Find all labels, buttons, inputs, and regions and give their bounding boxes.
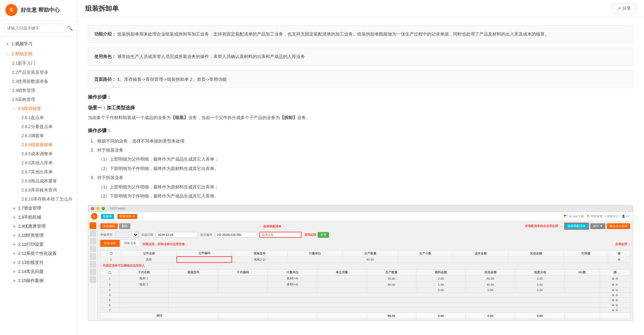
sidebar-item-stocktake[interactable]: 2.6.1盘点单	[19, 113, 77, 122]
cell-child-name	[119, 308, 169, 313]
sidebar-item-label: 2.8手机旺铺	[18, 215, 41, 220]
search-button[interactable]: 🔍	[67, 25, 73, 31]
sidebar-item-goodsCost[interactable]: 2.6.8商品成本重算	[19, 177, 77, 186]
icon-help: ❓ 帮助检索	[586, 214, 603, 219]
sidebar-item-sales[interactable]: 2.4销售管理	[9, 86, 77, 95]
footer-empty	[218, 313, 268, 319]
cell-child-name: 板材 2	[119, 282, 169, 288]
sidebar-item-stockQuery[interactable]: 2.6.9库存账本查询	[19, 186, 77, 195]
cell-scrap: 0.00	[515, 276, 565, 282]
annotation-goods-text: → 选择装配清单	[259, 225, 281, 228]
ss-save-btn[interactable]: 保存编辑	[100, 223, 118, 229]
table-row: 7 ⊕ ⊖	[101, 308, 630, 313]
sidebar-item-purchase[interactable]: 2.5采购管理	[9, 95, 77, 104]
plus-icon: ＋	[12, 233, 16, 238]
cell-parent-name: 床柜	[121, 257, 177, 263]
cell-child-name	[119, 293, 169, 298]
sidebar-item-label: 2.帮助文档	[11, 51, 33, 57]
role-label: 使用角色：	[94, 54, 116, 59]
screenshot-logo: 6	[91, 213, 98, 220]
sidebar-item-newcomer[interactable]: 2.1新手入门	[9, 59, 77, 68]
tab-disassembly[interactable]: 拆卸业务	[120, 240, 140, 247]
annotation-wrapper-1: 有装配清单的在这里处理 → 选择装配清单	[525, 223, 589, 230]
cell-check: 1	[101, 257, 121, 263]
col-cost: 成本金额	[453, 250, 508, 257]
col-parent-code: 父件编码	[177, 250, 232, 257]
sidebar-item-install[interactable]: 2.2产品安装及登录	[9, 68, 77, 77]
sidebar-item-video[interactable]: ＋ 1.视频学习	[0, 39, 77, 49]
form-date-input[interactable]	[156, 232, 198, 237]
plus-icon: ＋	[12, 215, 16, 220]
form-batch-input[interactable]	[215, 232, 257, 237]
col-unit2: 计量单位	[268, 270, 317, 276]
sidebar-item-otherIn[interactable]: 2.6.6其他入库单	[19, 159, 77, 168]
path-text: 1、库存核算->库存管理->组装拆卸单 2、首页->常用功能	[117, 77, 227, 82]
sidebar-item-label: 2.2产品安装及登录	[12, 70, 48, 75]
ss-action-btn[interactable]: 操作 ▼	[590, 223, 605, 229]
search-input[interactable]	[4, 24, 65, 33]
col-unit: 计量单位	[287, 250, 342, 257]
sidebar-item-finance[interactable]: ＋ 2.7资金管理	[9, 204, 77, 213]
sidebar-item-custom[interactable]: ＋ 2.12系统个性化设置	[9, 249, 77, 258]
ss-confirm-btn[interactable]: 确认出入库单	[607, 223, 630, 229]
left-icon-2	[90, 230, 96, 237]
form-goods-input[interactable]	[259, 232, 302, 238]
form-type-select[interactable]	[115, 232, 139, 238]
col-usage: 单位用量	[317, 270, 367, 276]
lower-table-head: ☐ 子件名称 规格型号 子件编码 计量单位 单位用量 生产数量 领料金额 其他金…	[101, 270, 630, 276]
cell-op: ⊕ ⊖	[600, 282, 630, 288]
sidebar-item-print[interactable]: ＋ 2.11打印设置	[9, 240, 77, 249]
sidebar-item-label: 2.6.6其他入库单	[21, 160, 53, 166]
sidebar-item-label: 2.4销售管理	[12, 88, 35, 94]
cell-avail	[564, 257, 608, 263]
sidebar-item-ops[interactable]: ＋ 2.10经营管理	[9, 231, 77, 240]
cell-child-code	[218, 276, 268, 282]
footer-empty3	[317, 313, 367, 319]
cell-spec	[169, 276, 218, 282]
ss-select-list-btn[interactable]: 选择装配清单	[564, 223, 589, 230]
sidebar-item-label: 2.6.1盘点单	[21, 115, 44, 121]
sidebar-item-docs[interactable]: － 2.帮助文档	[0, 49, 77, 59]
sidebar-item-costadj[interactable]: 2.6.5成本调整单	[19, 150, 77, 159]
footer-material: 0.00	[416, 313, 466, 319]
sidebar-item-coupon[interactable]: ＋ 2.9优惠券管理	[9, 222, 77, 231]
cell-empty	[169, 293, 600, 298]
sidebar-item-otherOut[interactable]: 2.6.7其他出库单	[19, 168, 77, 177]
icon-menu: ≡ 帮助中心	[605, 214, 620, 219]
table-row: 6 ⊕ ⊖	[101, 303, 630, 308]
func-intro-text: 组装拆卸单用来处理企业组装或拆卸等加工业务，支持有固定装配清单的产品加工业务，也…	[117, 32, 549, 37]
ss-apply-btn[interactable]: 采用	[318, 232, 329, 238]
sidebar-item-mobile[interactable]: ＋ 2.8手机旺铺	[9, 213, 77, 222]
sidebar-item-label: 2.7资金管理	[18, 206, 41, 211]
sidebar-item-label: 2.15操作案例	[18, 278, 44, 284]
sidebar-item-adjust[interactable]: 2.6.3调拨单	[19, 131, 77, 141]
sidebar-item-stocktake2[interactable]: 2.6.2分量盘点单	[19, 122, 77, 131]
cell-prod-qty	[367, 288, 416, 293]
col-op2: 操	[600, 270, 630, 276]
minus-icon: －	[5, 51, 10, 57]
cell-op: ⊕ ⊖	[600, 288, 630, 293]
cell-prod-qty: 30.00	[367, 282, 416, 288]
enable-text-right: 启用处理	[615, 242, 627, 246]
screenshot-icons: 🚩 ⊞ App下载 ❓ 帮助检索 ≡ 帮助中心 👤 CC	[564, 214, 630, 219]
sidebar-item-faq[interactable]: ＋ 2.14常见问题	[9, 267, 77, 276]
table-row: 3 0.00 0.00 0.00	[101, 288, 630, 293]
ss-delete-btn[interactable]: 删除	[119, 223, 130, 229]
cell-other: 30.00	[466, 282, 515, 288]
sidebar-item-assembly[interactable]: 2.6.4组装拆卸单	[19, 141, 77, 150]
table-footer-row: 合计 88.00 0.00 0.00 0.00	[101, 313, 630, 319]
share-button[interactable]: ↗ 分享	[612, 3, 636, 13]
sidebar-item-online[interactable]: ＋ 2.13在线支付	[9, 258, 77, 267]
icon-user: 👤 CC	[622, 215, 631, 218]
cell-op: ⊕ ⊖	[600, 293, 630, 298]
cell-mu	[565, 288, 600, 293]
sidebar-item-data-prep[interactable]: 2.3使用前数据准备	[9, 77, 77, 86]
cell-child-name	[119, 288, 169, 293]
sidebar-item-stockErr[interactable]: 2.6.10库存账本错了怎么办	[19, 195, 77, 204]
sidebar-item-cases[interactable]: ＋ 2.15操作案例	[9, 276, 77, 285]
sidebar-item-inventory[interactable]: － 2.6库存核算	[9, 104, 77, 113]
tab-assembly[interactable]: 组装业务	[100, 240, 120, 247]
annotation-goods: → 选择装配清单	[259, 224, 281, 229]
plus-icon: ＋	[5, 41, 10, 47]
cell-child-code	[218, 282, 268, 288]
